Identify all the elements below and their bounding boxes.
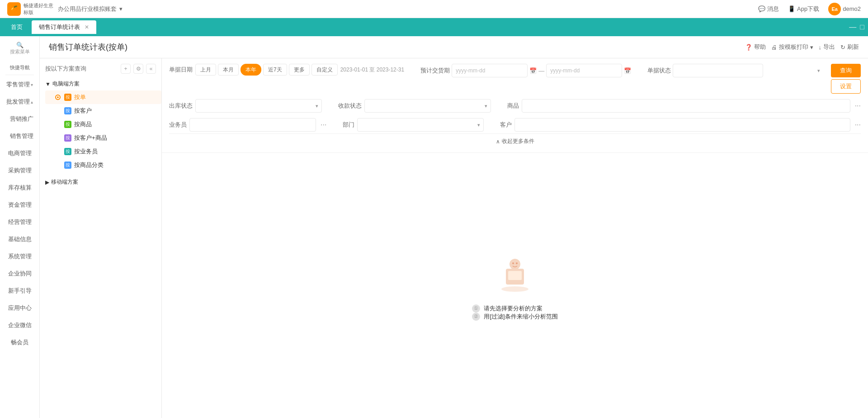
sidebar-item-basic-info[interactable]: 基础信息 [0,230,39,247]
mobile-group-arrow: ▶ [45,179,49,185]
sidebar-item-purchase[interactable]: 采购管理 [0,161,39,178]
scheme-icon-salesperson: 按 [64,148,71,155]
customer-dots-btn[interactable]: ··· [855,121,861,129]
scheme-icon-customer: 按 [64,107,71,114]
sidebar-quick-nav[interactable]: 快捷导航 [0,59,39,75]
print-dropdown-icon[interactable]: ▾ [810,44,813,51]
top-bar-right: 💬 消息 📱 App下载 Ea demo2 [758,3,861,15]
empty-tips: ① 请先选择要分析的方案 ② 用[过滤]条件来缩小分析范围 [472,304,557,321]
tab-minimize-btn[interactable]: — [849,23,856,31]
active-dot [56,95,60,99]
sidebar-search[interactable]: 🔍 搜索菜单 [0,36,39,59]
sidebar-item-member[interactable]: 畅会员 [0,333,39,350]
tab-home[interactable]: 首页 [4,20,30,34]
goods-input[interactable] [522,99,850,113]
scheme-by-salesperson[interactable]: 按 按业务员 [45,145,161,158]
print-icon: 🖨 [771,44,777,51]
expected-delivery-start-input[interactable] [452,64,528,77]
user-area[interactable]: Ea demo2 [828,3,861,15]
sidebar-item-system[interactable]: 系统管理 [0,247,39,264]
mobile-group-title[interactable]: ▶ 移动端方案 [45,176,161,189]
sidebar-item-new-guide[interactable]: 新手引导 [0,281,39,299]
delivery-status-select[interactable] [195,99,322,113]
right-content: 单据日期 上月 本月 本年 近7天 更多 自定义 2023-01-01 至 20… [162,58,868,418]
top-bar: 🍊 畅捷通好生意 标版 办公用品行业模拟账套 ▾ 💬 消息 📱 App下载 Ea… [0,0,868,18]
calendar-end-icon[interactable]: 📅 [624,67,631,74]
sidebar-item-marketing[interactable]: 营销推广 [4,109,39,127]
search-icon: 🔍 [16,42,24,48]
sidebar-item-operations[interactable]: 经营管理 [0,213,39,230]
sidebar-item-ecommerce[interactable]: 电商管理 [0,144,39,161]
left-panel-header: 按以下方案查询 + ⚙ « [40,64,161,77]
goods-dots-btn[interactable]: ··· [855,102,861,110]
salesperson-input[interactable] [189,118,316,132]
filter-area: 单据日期 上月 本月 本年 近7天 更多 自定义 2023-01-01 至 20… [162,58,868,153]
tab-bar-actions: — □ [849,23,864,31]
last-month-btn[interactable]: 上月 [195,64,216,76]
date-range-display: 2023-01-01 至 2023-12-31 [340,66,404,74]
scheme-by-goods[interactable]: 按 按商品 [45,118,161,131]
customer-input[interactable] [514,118,850,132]
more-btn[interactable]: 更多 [289,64,310,76]
tip-num-1: ① [472,304,480,313]
tab-maximize-btn[interactable]: □ [860,23,864,31]
sidebar-item-finance[interactable]: 资金管理 [0,195,39,213]
payment-status-select[interactable] [364,99,491,113]
salesperson-filter: 业务员 ··· [169,118,326,132]
this-month-btn[interactable]: 本月 [218,64,239,76]
sidebar-item-inventory[interactable]: 库存核算 [0,178,39,195]
pc-scheme-group: ▼ 电脑端方案 按 按单 按 按客户 按 [40,77,161,172]
sidebar-item-corp-wechat[interactable]: 企业微信 [0,316,39,333]
pc-group-title[interactable]: ▼ 电脑端方案 [45,77,161,90]
custom-btn[interactable]: 自定义 [311,64,338,76]
empty-svg [492,251,538,296]
app-download-btn[interactable]: 📱 App下载 [788,5,819,13]
department-filter: 部门 [343,118,484,132]
calendar-start-icon[interactable]: 📅 [529,67,537,74]
scheme-by-cust-goods[interactable]: 按 按客户+商品 [45,131,161,145]
scheme-by-order[interactable]: 按 按单 [45,90,161,104]
pc-group-arrow: ▼ [45,81,51,87]
empty-tip-1: ① 请先选择要分析的方案 [472,304,557,313]
tab-close-icon[interactable]: ✕ [85,24,89,30]
help-btn[interactable]: ❓ 帮助 [745,43,766,51]
query-btn[interactable]: 查询 [831,64,861,77]
goods-filter: 商品 ··· [507,99,861,113]
last-7-days-btn[interactable]: 近7天 [263,64,287,76]
settings-scheme-btn[interactable]: ⚙ [133,64,143,74]
message-btn[interactable]: 💬 消息 [758,5,779,13]
expected-delivery-end-input[interactable] [546,64,622,77]
breadcrumb[interactable]: 办公用品行业模拟账套 ▾ [58,5,123,13]
scheme-by-goods-cat[interactable]: 按 按商品分类 [45,158,161,172]
scheme-by-customer[interactable]: 按 按客户 [45,104,161,118]
salesperson-dots-btn[interactable]: ··· [321,121,326,129]
svg-point-4 [512,262,514,264]
doc-status-select[interactable] [673,64,763,77]
left-panel-icons: + ⚙ « [121,64,156,74]
action-buttons: 查询 设置 [831,64,861,94]
template-print-btn[interactable]: 🖨 按模板打印 ▾ [771,43,813,51]
page-header: 销售订单统计表(按单) ❓ 帮助 🖨 按模板打印 ▾ ↓ 导出 ↻ 刷新 [40,36,868,58]
logo-text: 畅捷通好生意 标版 [24,2,53,15]
sidebar-item-corp-collab[interactable]: 企业协同 [0,264,39,281]
collapse-filter-btn[interactable]: ∧ 收起更多条件 [169,133,861,147]
tab-sales-order-stats[interactable]: 销售订单统计表 ✕ [32,20,96,34]
left-panel: 按以下方案查询 + ⚙ « ▼ 电脑端方案 按 按单 [40,58,162,418]
sidebar-item-sales[interactable]: 销售管理 [4,127,39,144]
add-scheme-btn[interactable]: + [121,64,131,74]
department-select[interactable] [357,118,484,132]
scheme-icon-goods-cat: 按 [64,162,71,169]
empty-state: ① 请先选择要分析的方案 ② 用[过滤]条件来缩小分析范围 [162,153,868,418]
page-title: 销售订单统计表(按单) [49,42,127,58]
breadcrumb-dropdown-icon[interactable]: ▾ [119,5,123,12]
export-btn[interactable]: ↓ 导出 [819,43,835,51]
sidebar-item-wholesale[interactable]: 批发管理 ▴ [0,92,39,109]
this-year-btn[interactable]: 本年 [241,64,261,76]
sidebar-item-retail[interactable]: 零售管理 ▾ [0,75,39,92]
help-icon: ❓ [745,44,752,51]
refresh-btn[interactable]: ↻ 刷新 [840,43,859,51]
logo-area: 🍊 畅捷通好生意 标版 [7,2,53,16]
settings-btn[interactable]: 设置 [831,79,861,94]
collapse-panel-btn[interactable]: « [146,64,156,74]
sidebar-item-app-center[interactable]: 应用中心 [0,299,39,316]
